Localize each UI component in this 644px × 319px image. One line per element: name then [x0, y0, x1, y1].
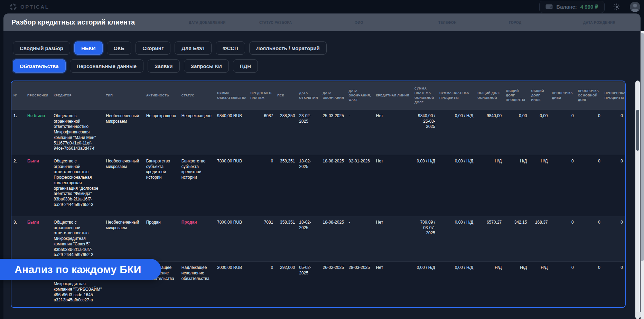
table-cell: Необеспеченный микрозаем — [104, 110, 144, 155]
table-cell: 23-02-2025 — [297, 110, 320, 155]
table-cell: 0 — [603, 110, 625, 155]
table-cell: Н/Д — [475, 262, 504, 308]
tab-pdn[interactable]: ПДН — [233, 59, 258, 73]
meta-column-label: ГОРОД — [509, 20, 522, 24]
table-cell: Нет — [374, 155, 412, 216]
tab-loyalnost-moratoriy[interactable]: Лояльность / мораторий — [249, 41, 327, 55]
tab-dlya-bfl[interactable]: Для БФЛ — [175, 41, 211, 55]
tab-nbki[interactable]: НБКИ — [74, 41, 103, 55]
table-cell: 28-03-2025 — [347, 262, 374, 308]
table-cell: Необеспеченный микрозаем — [104, 155, 144, 216]
balance-label: Баланс: — [556, 4, 577, 10]
column-header: СРЕДНЕМЕС. ПЛАТЕЖ — [248, 81, 275, 110]
table-cell: Необеспеченный микрозаем — [104, 216, 144, 262]
column-header: КРЕДИТОР — [52, 81, 104, 110]
table-cell: 2. — [11, 155, 25, 216]
meta-column-label: СТАТУС РАЗБОРА — [259, 20, 292, 24]
tab-zayavki[interactable]: Заявки — [148, 59, 179, 73]
table-cell: Продан — [179, 216, 215, 262]
column-header: ТИП — [104, 81, 144, 110]
panel-header: Разбор кредитных историй клиента ДАТА ДО… — [3, 13, 641, 31]
table-cell: 0 — [576, 155, 603, 216]
panel-scrollbar-track[interactable] — [635, 81, 640, 319]
table-cell: Общество с ограниченной ответственностью… — [52, 216, 104, 262]
table-cell: Общество с ограниченной ответственностью… — [52, 110, 104, 155]
meta-column-label: ДАТА ДОБАВЛЕНИЯ — [189, 20, 226, 24]
table-cell: Надлежащее исполнение обязательства — [179, 262, 215, 308]
table-cell: Н/Д — [529, 262, 550, 308]
table-cell: Н/Д — [504, 262, 529, 308]
table-cell: Были — [25, 155, 52, 216]
table-cell: Н/Д — [529, 155, 550, 216]
table-cell: 25-03-2025 — [320, 110, 346, 155]
scrollbar-corner — [636, 312, 641, 317]
tab-svodny-razbor[interactable]: Сводный разбор — [13, 41, 70, 55]
table-cell: 342,15 — [504, 216, 529, 262]
column-header: ПСК — [275, 81, 297, 110]
table-cell: 9840,00 — [475, 110, 504, 155]
table-cell: 0 — [576, 110, 603, 155]
table-cell: 0 — [576, 262, 603, 308]
column-header: ПРОСРОЧКА ОСНОВНОЙ ДОЛГ — [576, 81, 603, 110]
tab-fssp[interactable]: ФССП — [216, 41, 245, 55]
table-cell: 0,00 / Н/Д — [437, 110, 475, 155]
wallet-icon — [545, 4, 553, 10]
tab-personalnye-dannye[interactable]: Персональные данные — [70, 59, 143, 73]
panel-scrollbar-thumb[interactable] — [636, 110, 639, 151]
user-avatar[interactable] — [630, 2, 640, 12]
table-cell: 7081 — [248, 216, 275, 262]
table-cell: 9840,00 / 25-03-2025 — [412, 110, 437, 155]
meta-column-label: ФИО — [355, 20, 363, 24]
table-cell: - — [347, 110, 374, 155]
table-row[interactable]: 3.БылиОбщество с ограниченной ответствен… — [11, 216, 625, 262]
column-header: ОБЩИЙ ДОЛГ ИНОЕ — [529, 81, 550, 110]
page-scrollbar-thumb[interactable] — [641, 33, 644, 261]
table-cell: 0 — [248, 262, 275, 308]
table-cell: 18-02-2025 — [297, 216, 320, 262]
column-header: СУММА ПЛАТЕЖА ОСНОВНОЙ ДОЛГ — [412, 81, 437, 110]
tab-skoring[interactable]: Скоринг — [136, 41, 170, 55]
table-cell: 7800,00 RUB — [215, 216, 248, 262]
table-cell: 9840,00 RUB — [215, 110, 248, 155]
table-cell: 0 — [550, 262, 576, 308]
tab-okb[interactable]: ОКБ — [107, 41, 132, 55]
balance-chip[interactable]: Баланс: 4 990 ₽ — [539, 1, 605, 13]
table-cell: Банкротство субъекта кредитной истории — [179, 155, 215, 216]
table-cell: 0 — [603, 262, 625, 308]
table-cell: 0 — [603, 155, 625, 216]
table-row[interactable]: 1.Не былоОбщество с ограниченной ответст… — [11, 110, 625, 155]
table-cell: Нет — [374, 262, 412, 308]
table-cell: 288,350 — [275, 110, 297, 155]
table-cell: - — [347, 216, 374, 262]
table-cell: Не прекращено — [179, 110, 215, 155]
annotation-banner: Анализ по каждому БКИ — [0, 259, 161, 280]
table-cell: 0,00 — [504, 110, 529, 155]
sun-icon[interactable] — [613, 3, 620, 10]
table-cell: 0 — [248, 155, 275, 216]
page-title: Разбор кредитных историй клиента — [11, 18, 135, 26]
page-scrollbar-track[interactable] — [641, 31, 644, 319]
table-row[interactable]: 2.БылиОбщество с ограниченной ответствен… — [11, 155, 625, 216]
table-cell: 168,37 — [529, 216, 550, 262]
table-cell: 0,00 — [529, 110, 550, 155]
table-cell: 26-02-2025 — [320, 262, 346, 308]
balance-value: 4 990 ₽ — [580, 4, 598, 10]
column-header: ПРОСРОЧКА ПРОЦЕНТЫ — [603, 81, 625, 110]
column-header: СУММА ОБЯЗАТЕЛЬСТВА — [215, 81, 248, 110]
column-header: АКТИВНОСТЬ — [144, 81, 179, 110]
column-header: ПРОСРОЧКА ДНЕЙ — [550, 81, 576, 110]
tab-zaprosy-ki[interactable]: Запросы КИ — [184, 59, 229, 73]
column-header: ОБЩИЙ ДОЛГ ОСНОВНОЙ — [475, 81, 504, 110]
tab-obyazatelstva[interactable]: Обязательства — [13, 59, 66, 73]
table-cell: 358,351 — [275, 216, 297, 262]
swirl-logo-icon — [9, 3, 17, 11]
annotation-banner-label: Анализ по каждому БКИ — [15, 264, 141, 275]
table-cell: 0,00 / Н/Д — [437, 216, 475, 262]
brand: OPTICAL — [9, 3, 49, 11]
table-cell: 05-02-2025 — [297, 262, 320, 308]
column-header: КРЕДИТНАЯ ЛИНИЯ — [374, 81, 412, 110]
table-cell: Нет — [374, 216, 412, 262]
table-cell: 292,000 — [275, 262, 297, 308]
table-cell: 02-01-2026 — [347, 155, 374, 216]
table-cell: 6570,27 — [475, 216, 504, 262]
